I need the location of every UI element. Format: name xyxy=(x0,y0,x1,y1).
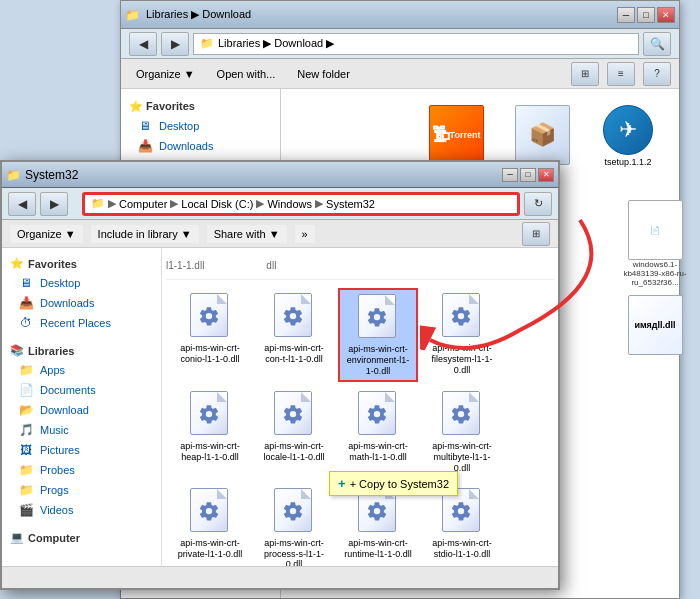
fg-window-icon: 📁 xyxy=(6,168,21,182)
sidebar-item-probes[interactable]: 📁 Probes xyxy=(2,460,161,480)
sidebar-item-downloads[interactable]: 📥Downloads xyxy=(2,293,161,313)
file-item-1[interactable]: api-ms-win-crt-con-t-l1-1-0.dll xyxy=(254,288,334,382)
bg-address-path[interactable]: 📁 Libraries ▶ Download ▶ xyxy=(193,33,639,55)
fg-address-path[interactable]: 📁 ▶ Computer ▶ Local Disk (C:) ▶ Windows… xyxy=(82,192,520,216)
fg-favorites-section: ⭐ Favorites 🖥Desktop 📥Downloads ⏱Recent … xyxy=(2,254,161,333)
fg-libraries-header: 📚 Libraries xyxy=(2,341,161,360)
fg-minimize-button[interactable]: ─ xyxy=(502,168,518,182)
bg-view-button[interactable]: ⊞ xyxy=(571,62,599,86)
fg-back-button[interactable]: ◀ xyxy=(8,192,36,216)
file-item-4[interactable]: api-ms-win-crt-heap-l1-1-0.dll xyxy=(170,386,250,478)
bg-minimize-button[interactable]: ─ xyxy=(617,7,635,23)
sidebar-item-music[interactable]: 🎵 Music xyxy=(2,420,161,440)
bg-file-telegram[interactable]: ✈ tsetup.1.1.2 xyxy=(593,105,663,167)
fg-refresh-button[interactable]: ↻ xyxy=(524,192,552,216)
fg-libraries-section: 📚 Libraries 📁 Apps 📄 Documents 📂 Downloa… xyxy=(2,341,161,520)
dll-icon-1 xyxy=(274,293,314,341)
bg-openwith-button[interactable]: Open with... xyxy=(210,65,283,83)
copy-tooltip-text: + Copy to System32 xyxy=(350,478,449,490)
fg-includelibrary-button[interactable]: Include in library ▼ xyxy=(91,225,199,243)
desktop-icon: 🖥 xyxy=(137,118,153,134)
fg-main-content: l1-1-1.dll dll api-ms-win-crt-conio-l1-1… xyxy=(162,248,558,566)
dll-icon-5 xyxy=(274,391,314,439)
bg-address-bar: ◀ ▶ 📁 Libraries ▶ Download ▶ 🔍 xyxy=(121,29,679,59)
bg-details-button[interactable]: ≡ xyxy=(607,62,635,86)
sidebar-item-progs[interactable]: 📁 Progs xyxy=(2,480,161,500)
sidebar-item-recent[interactable]: ⏱Recent Places xyxy=(2,313,161,333)
fg-toolbar: Organize ▼ Include in library ▼ Share wi… xyxy=(2,220,558,248)
download-folder-icon: 📂 xyxy=(18,402,34,418)
file-label-11: api-ms-win-crt-stdio-l1-1-0.dll xyxy=(427,538,497,560)
file-item-8[interactable]: api-ms-win-crt-private-l1-1-0.dll xyxy=(170,483,250,566)
sidebar-item-documents[interactable]: 📄 Documents xyxy=(2,380,161,400)
sidebar-item-videos[interactable]: 🎬 Videos xyxy=(2,500,161,520)
file-label-9: api-ms-win-crt-process-s-l1-1-0.dll xyxy=(259,538,329,566)
zip-file-icon: 📦 xyxy=(515,105,570,165)
fg-window: 📁 System32 ─ □ ✕ ◀ ▶ 📁 ▶ Computer ▶ Loca… xyxy=(0,160,560,590)
bg-address-text: Libraries ▶ Download ▶ xyxy=(218,37,334,50)
file-item-3[interactable]: api-ms-win-crt-filesystem-l1-1-0.dll xyxy=(422,288,502,382)
bg-file-torrent[interactable]: 🗜 Torrent xyxy=(421,105,491,165)
file-item-5[interactable]: api-ms-win-crt-locale-l1-1-0.dll xyxy=(254,386,334,478)
bg-help-button[interactable]: ? xyxy=(643,62,671,86)
fg-partial-row: l1-1-1.dll dll xyxy=(166,252,554,280)
right-file-update[interactable]: 📄 windows6.1-kb483139-x86-ru-ru_6532f36.… xyxy=(620,200,690,287)
dll-icon-8 xyxy=(190,488,230,536)
bg-sidebar-downloads[interactable]: 📥Downloads xyxy=(121,136,280,156)
bg-newfolder-button[interactable]: New folder xyxy=(290,65,357,83)
fg-path-disk: Local Disk (C:) xyxy=(181,198,253,210)
file-item-2[interactable]: api-ms-win-crt-environment-l1-1-0.dll xyxy=(338,288,418,382)
right-update-label: windows6.1-kb483139-x86-ru-ru_6532f36... xyxy=(620,260,690,287)
file-item-7[interactable]: api-ms-win-crt-multibyte-l1-1-0.dll xyxy=(422,386,502,478)
bg-sidebar-desktop[interactable]: 🖥Desktop xyxy=(121,116,280,136)
bg-maximize-button[interactable]: □ xyxy=(637,7,655,23)
desktop-sidebar-icon: 🖥 xyxy=(18,275,34,291)
fg-sharewith-button[interactable]: Share with ▼ xyxy=(207,225,287,243)
fg-close-button[interactable]: ✕ xyxy=(538,168,554,182)
probes-sidebar-icon: 📁 xyxy=(18,462,34,478)
fg-address-bar: ◀ ▶ 📁 ▶ Computer ▶ Local Disk (C:) ▶ Win… xyxy=(2,188,558,220)
file-item-9[interactable]: api-ms-win-crt-process-s-l1-1-0.dll xyxy=(254,483,334,566)
right-dll-label: имядll.dll xyxy=(634,320,675,330)
bg-titlebar: 📁 Libraries ▶ Download ─ □ ✕ xyxy=(121,1,679,29)
computer-icon: 💻 xyxy=(10,531,24,544)
file-label-5: api-ms-win-crt-locale-l1-1-0.dll xyxy=(259,441,329,463)
fg-path-computer: Computer xyxy=(119,198,167,210)
fg-organize-button[interactable]: Organize ▼ xyxy=(10,225,83,243)
right-files-panel: 📄 windows6.1-kb483139-x86-ru-ru_6532f36.… xyxy=(620,200,690,355)
file-label-1: api-ms-win-crt-con-t-l1-1-0.dll xyxy=(259,343,329,365)
fg-maximize-button[interactable]: □ xyxy=(520,168,536,182)
sidebar-item-desktop[interactable]: 🖥Desktop xyxy=(2,273,161,293)
bg-back-button[interactable]: ◀ xyxy=(129,32,157,56)
right-dll-icon: имядll.dll xyxy=(628,295,683,355)
bg-file-zip[interactable]: 📦 xyxy=(507,105,577,165)
bg-search-button[interactable]: 🔍 xyxy=(643,32,671,56)
bg-favorites-header: ⭐ Favorites xyxy=(121,97,280,116)
sidebar-item-pictures[interactable]: 🖼 Pictures xyxy=(2,440,161,460)
sidebar-item-download[interactable]: 📂 Download xyxy=(2,400,161,420)
sidebar-item-apps[interactable]: 📁 Apps xyxy=(2,360,161,380)
fg-path-windows: Windows xyxy=(267,198,312,210)
dll-icon-2 xyxy=(358,294,398,342)
file-item-6[interactable]: api-ms-win-crt-math-l1-1-0.dll xyxy=(338,386,418,478)
dll-icon-9 xyxy=(274,488,314,536)
bg-organize-button[interactable]: Organize ▼ xyxy=(129,65,202,83)
right-file-dll[interactable]: имядll.dll xyxy=(620,295,690,355)
pictures-sidebar-icon: 🖼 xyxy=(18,442,34,458)
bg-forward-button[interactable]: ▶ xyxy=(161,32,189,56)
file-label-7: api-ms-win-crt-multibyte-l1-1-0.dll xyxy=(427,441,497,473)
download-icon: 📥 xyxy=(137,138,153,154)
file-label-10: api-ms-win-crt-runtime-l1-1-0.dll xyxy=(343,538,413,560)
file-item-0[interactable]: api-ms-win-crt-conio-l1-1-0.dll xyxy=(170,288,250,382)
file-label-6: api-ms-win-crt-math-l1-1-0.dll xyxy=(343,441,413,463)
bg-close-button[interactable]: ✕ xyxy=(657,7,675,23)
update-file-icon: 📄 xyxy=(628,200,683,260)
bg-toolbar: Organize ▼ Open with... New folder ⊞ ≡ ? xyxy=(121,59,679,89)
fg-favorites-header: ⭐ Favorites xyxy=(2,254,161,273)
fg-forward-button[interactable]: ▶ xyxy=(40,192,68,216)
file-label-0: api-ms-win-crt-conio-l1-1-0.dll xyxy=(175,343,245,365)
fg-view-toggle[interactable]: ⊞ xyxy=(522,222,550,246)
fg-more-button[interactable]: » xyxy=(295,225,315,243)
apps-sidebar-icon: 📁 xyxy=(18,362,34,378)
videos-sidebar-icon: 🎬 xyxy=(18,502,34,518)
